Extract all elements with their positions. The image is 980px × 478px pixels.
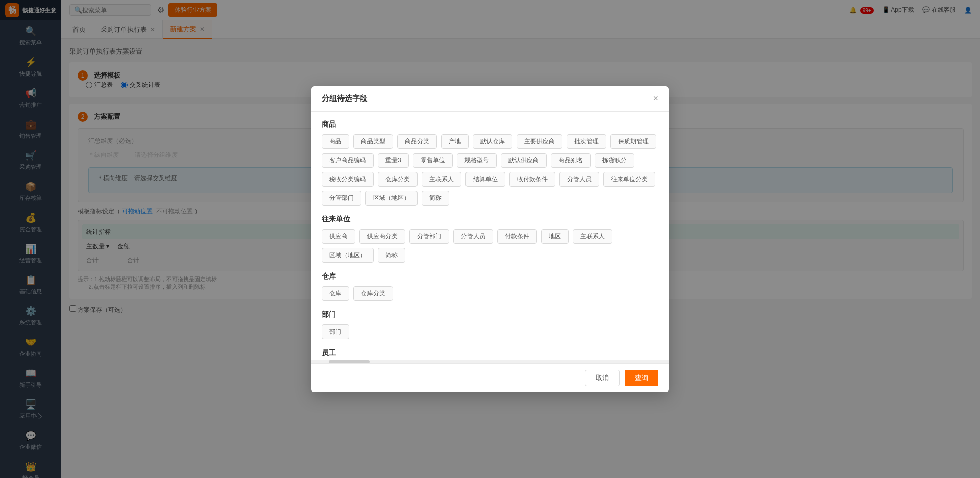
field-tag-product-0[interactable]: 商品	[322, 134, 349, 149]
field-tag-product-12[interactable]: 默认供应商	[501, 153, 547, 168]
modal-title: 分组待选字段	[322, 94, 368, 104]
confirm-btn[interactable]: 查询	[625, 370, 658, 386]
field-tag-product-4[interactable]: 默认仓库	[473, 134, 512, 149]
field-tag-product-14[interactable]: 拣货积分	[595, 153, 634, 168]
field-tag-product-22[interactable]: 分管部门	[322, 191, 361, 206]
field-tag-product-1[interactable]: 商品类型	[353, 134, 393, 149]
field-tag-partner-1[interactable]: 供应商分类	[359, 229, 405, 244]
field-tag-partner-7[interactable]: 区域（地区）	[322, 248, 374, 263]
field-group-partner: 往来单位供应商供应商分类分管部门分管人员付款条件地区主联系人区域（地区）简称	[322, 215, 658, 263]
field-tag-partner-8[interactable]: 简称	[378, 248, 405, 263]
field-tag-product-13[interactable]: 商品别名	[551, 153, 591, 168]
field-tag-product-7[interactable]: 保质期管理	[610, 134, 656, 149]
field-tag-partner-0[interactable]: 供应商	[322, 229, 355, 244]
field-tag-warehouse-1[interactable]: 仓库分类	[353, 286, 393, 301]
modal-overlay: 分组待选字段 × 商品商品商品类型商品分类产地默认仓库主要供应商批次管理保质期管…	[0, 0, 980, 478]
field-tag-partner-5[interactable]: 地区	[541, 229, 569, 244]
modal-close-btn[interactable]: ×	[653, 93, 658, 104]
field-group-title-partner: 往来单位	[322, 215, 658, 224]
field-tag-product-5[interactable]: 主要供应商	[517, 134, 562, 149]
cancel-btn[interactable]: 取消	[585, 370, 620, 386]
field-tag-product-15[interactable]: 税收分类编码	[322, 172, 374, 187]
field-group-department: 部门部门	[322, 310, 658, 339]
modal-hscrollbar[interactable]	[311, 360, 669, 363]
field-tag-product-24[interactable]: 简称	[422, 191, 449, 206]
field-group-title-warehouse: 仓库	[322, 272, 658, 281]
modal-footer: 取消 查询	[311, 363, 669, 392]
field-tag-product-18[interactable]: 结算单位	[465, 172, 505, 187]
field-group-title-employee: 员工	[322, 348, 658, 358]
field-tag-partner-6[interactable]: 主联系人	[573, 229, 612, 244]
field-tag-product-21[interactable]: 往来单位分类	[603, 172, 655, 187]
modal-dialog: 分组待选字段 × 商品商品商品类型商品分类产地默认仓库主要供应商批次管理保质期管…	[311, 86, 669, 392]
field-tag-partner-4[interactable]: 付款条件	[497, 229, 537, 244]
modal-header: 分组待选字段 ×	[311, 86, 669, 112]
field-tag-partner-3[interactable]: 分管人员	[453, 229, 493, 244]
field-tag-product-3[interactable]: 产地	[441, 134, 469, 149]
field-group-title-department: 部门	[322, 310, 658, 319]
field-group-product: 商品商品商品类型商品分类产地默认仓库主要供应商批次管理保质期管理客户商品编码重量…	[322, 120, 658, 206]
field-tag-product-6[interactable]: 批次管理	[567, 134, 606, 149]
field-tag-product-11[interactable]: 规格型号	[457, 153, 497, 168]
modal-body: 商品商品商品类型商品分类产地默认仓库主要供应商批次管理保质期管理客户商品编码重量…	[311, 112, 669, 360]
field-tags-department: 部门	[322, 324, 658, 339]
field-tags-partner: 供应商供应商分类分管部门分管人员付款条件地区主联系人区域（地区）简称	[322, 229, 658, 263]
field-group-warehouse: 仓库仓库仓库分类	[322, 272, 658, 301]
field-tag-product-10[interactable]: 零售单位	[413, 153, 453, 168]
field-tag-partner-2[interactable]: 分管部门	[409, 229, 449, 244]
field-tag-product-9[interactable]: 重量3	[378, 153, 409, 168]
field-tag-product-19[interactable]: 收付款条件	[509, 172, 555, 187]
field-tags-warehouse: 仓库仓库分类	[322, 286, 658, 301]
field-tag-product-16[interactable]: 仓库分类	[378, 172, 418, 187]
field-tag-department-0[interactable]: 部门	[322, 324, 349, 339]
field-tag-product-23[interactable]: 区域（地区）	[365, 191, 418, 206]
field-tag-warehouse-0[interactable]: 仓库	[322, 286, 349, 301]
field-group-title-product: 商品	[322, 120, 658, 129]
field-tag-product-8[interactable]: 客户商品编码	[322, 153, 374, 168]
field-tag-product-2[interactable]: 商品分类	[397, 134, 437, 149]
field-tag-product-17[interactable]: 主联系人	[422, 172, 461, 187]
field-group-employee: 员工业务员	[322, 348, 658, 360]
field-tags-product: 商品商品类型商品分类产地默认仓库主要供应商批次管理保质期管理客户商品编码重量3零…	[322, 134, 658, 206]
field-tag-product-20[interactable]: 分管人员	[559, 172, 599, 187]
